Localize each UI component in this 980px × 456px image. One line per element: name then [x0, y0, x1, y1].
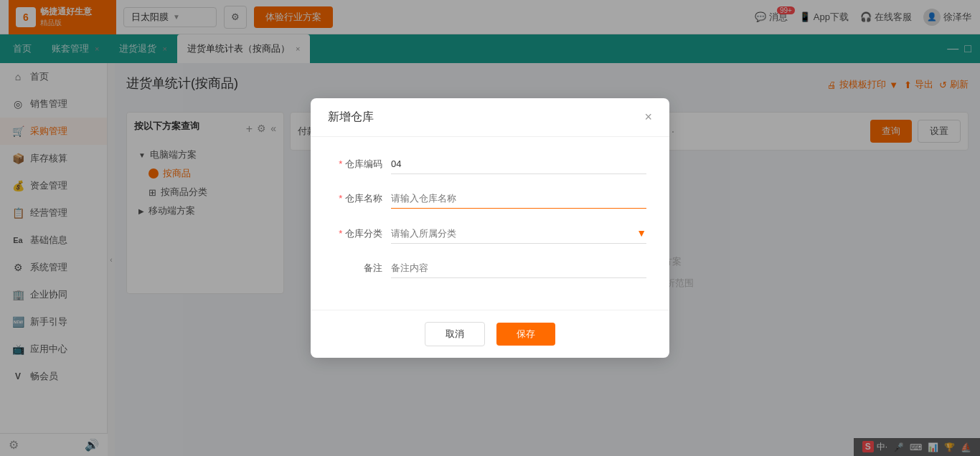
required-star-1: * [339, 158, 342, 169]
warehouse-category-input[interactable] [391, 228, 636, 239]
save-button[interactable]: 保存 [496, 323, 555, 346]
modal-close-button[interactable]: × [644, 110, 652, 125]
modal-new-warehouse: 新增仓库 × * 仓库编码 * 仓库名称 [311, 98, 669, 358]
modal-body: * 仓库编码 * 仓库名称 * 仓库分类 [311, 137, 669, 310]
notes-label: 备注 [334, 262, 391, 275]
warehouse-name-row: * 仓库名称 [334, 189, 646, 209]
warehouse-name-input[interactable] [391, 189, 646, 209]
warehouse-code-row: * 仓库编码 [334, 154, 646, 174]
required-star-3: * [339, 228, 342, 239]
modal-header: 新增仓库 × [311, 98, 669, 137]
warehouse-name-label: * 仓库名称 [334, 192, 391, 205]
modal-footer: 取消 保存 [311, 310, 669, 358]
modal-overlay: 新增仓库 × * 仓库编码 * 仓库名称 [0, 0, 980, 456]
warehouse-category-select[interactable]: ▼ [391, 223, 646, 244]
notes-row: 备注 [334, 258, 646, 278]
required-star-2: * [339, 193, 342, 204]
modal-title: 新增仓库 [328, 110, 374, 125]
warehouse-category-row: * 仓库分类 ▼ [334, 223, 646, 244]
warehouse-category-label: * 仓库分类 [334, 227, 391, 240]
warehouse-code-label: * 仓库编码 [334, 158, 391, 171]
cancel-button[interactable]: 取消 [425, 322, 485, 346]
category-dropdown-arrow: ▼ [636, 227, 646, 239]
warehouse-code-input[interactable] [391, 154, 646, 174]
notes-input[interactable] [391, 258, 646, 278]
